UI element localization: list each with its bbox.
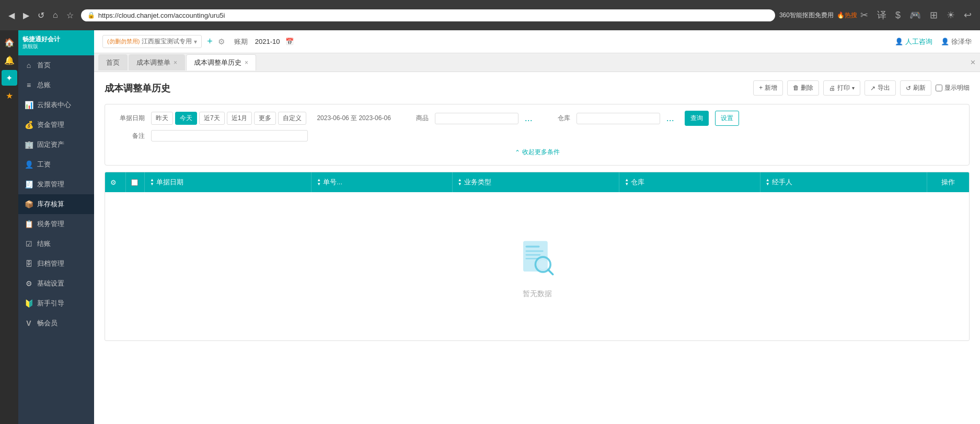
- th-number[interactable]: ▲▼ 单号...: [312, 172, 453, 192]
- product-filter-input[interactable]: [435, 113, 518, 124]
- sidebar-label-archive: 归档管理: [37, 259, 64, 268]
- sidebar-item-settings[interactable]: ⚙ 基础设置: [18, 274, 94, 293]
- page-title-bar: 成本调整单历史 + 新增 🗑 删除 🖨 打印 ▾ ↗ 导出 ↺: [105, 80, 970, 96]
- browser-chrome: ◀ ▶ ↺ ⌂ ☆ 🔒 https://cloud.chanjet.com/ac…: [0, 0, 980, 30]
- th-actions-label: 操作: [941, 178, 955, 187]
- tab-home[interactable]: 首页: [98, 54, 128, 70]
- date-btn-today[interactable]: 今天: [175, 112, 197, 125]
- sidebar-label-vip: 畅会员: [37, 319, 57, 328]
- display-toggle[interactable]: 显示明细: [936, 84, 970, 92]
- tab-cost-adjust[interactable]: 成本调整单 ×: [129, 54, 185, 70]
- username: 徐泽华: [951, 37, 972, 46]
- sidebar-item-reports[interactable]: 📊 云报表中心: [18, 95, 94, 115]
- warehouse-filter-input[interactable]: [577, 113, 660, 124]
- sidebar-label-settings: 基础设置: [37, 279, 64, 288]
- delete-button[interactable]: 🗑 删除: [787, 80, 819, 96]
- date-btn-more[interactable]: 更多: [254, 112, 276, 125]
- archive-icon: 🗄: [25, 260, 33, 268]
- app-container: 🏠 🔔 ✦ ★ 畅捷通好会计 旗舰版 ⌂ 首页 ≡ 总账 📊 云报表中心: [0, 30, 980, 424]
- rail-icon-star[interactable]: ★: [2, 88, 17, 103]
- sidebar-item-ledger[interactable]: ≡ 总账: [18, 75, 94, 95]
- period-value: 2021-10: [255, 38, 280, 45]
- sidebar-label-payroll: 工资: [37, 160, 51, 169]
- sidebar-label-reports: 云报表中心: [37, 100, 71, 110]
- invoice-icon: 🧾: [25, 180, 33, 189]
- date-btn-7days[interactable]: 近7天: [199, 112, 225, 125]
- tab-cost-adjust-history-close[interactable]: ×: [245, 59, 248, 66]
- tax-icon: 📋: [25, 220, 33, 228]
- reload-button[interactable]: ↺: [34, 8, 48, 22]
- sidebar-item-archive[interactable]: 🗄 归档管理: [18, 254, 94, 274]
- settings-button-filter[interactable]: 设置: [715, 111, 739, 126]
- tab-cost-adjust-history[interactable]: 成本调整单历史 ×: [186, 54, 256, 70]
- export-button[interactable]: ↗ 导出: [864, 80, 896, 96]
- sidebar-item-home[interactable]: ⌂ 首页: [18, 55, 94, 75]
- th-warehouse[interactable]: ▲▼ 仓库: [619, 172, 760, 192]
- top-bar-right: 👤 人工咨询 👤 徐泽华: [895, 37, 972, 46]
- home-button[interactable]: ⌂: [50, 8, 61, 22]
- th-checkbox[interactable]: [126, 172, 145, 192]
- new-button[interactable]: + 新增: [753, 80, 782, 96]
- customer-service-link[interactable]: 👤 人工咨询: [895, 37, 932, 46]
- date-btn-custom[interactable]: 自定义: [278, 112, 306, 125]
- reports-icon: 📊: [25, 101, 33, 109]
- rail-icon-notification[interactable]: 🔔: [2, 52, 17, 68]
- sidebar-item-fixed-assets[interactable]: 🏢 固定资产: [18, 135, 94, 155]
- sort-arrows-biztype: ▲▼: [458, 178, 462, 186]
- print-icon: 🖨: [829, 85, 835, 92]
- sidebar-item-tax[interactable]: 📋 税务管理: [18, 214, 94, 234]
- user-info[interactable]: 👤 徐泽华: [941, 37, 972, 46]
- remark-filter-input[interactable]: [151, 130, 308, 142]
- tab-cost-adjust-close[interactable]: ×: [174, 59, 177, 66]
- warehouse-filter-dots[interactable]: ...: [666, 113, 674, 124]
- sidebar-item-inventory[interactable]: 📦 库存核算: [18, 194, 94, 214]
- th-number-label: 单号...: [323, 178, 342, 187]
- query-button[interactable]: 查询: [685, 111, 709, 126]
- sidebar-item-guide[interactable]: 🔰 新手引导: [18, 293, 94, 313]
- account-warning: (勿删勿禁用): [107, 38, 140, 45]
- rail-icon-active[interactable]: ✦: [2, 70, 17, 86]
- sidebar-item-invoice[interactable]: 🧾 发票管理: [18, 174, 94, 194]
- add-account-btn[interactable]: +: [207, 36, 213, 47]
- th-biztype[interactable]: ▲▼ 业务类型: [453, 172, 619, 192]
- sidebar-item-payroll[interactable]: 👤 工资: [18, 155, 94, 174]
- svg-point-6: [538, 260, 547, 269]
- account-selector[interactable]: (勿删勿禁用) 江西服宝测试专用 ▾: [102, 35, 202, 48]
- sidebar-label-tax: 税务管理: [37, 219, 64, 229]
- sidebar-item-settle[interactable]: ☑ 结账: [18, 234, 94, 254]
- print-label: 打印: [837, 84, 850, 92]
- svg-rect-2: [525, 251, 543, 252]
- select-all-checkbox[interactable]: [131, 179, 138, 186]
- sidebar-item-funds[interactable]: 💰 资金管理: [18, 115, 94, 135]
- product-filter-dots[interactable]: ...: [525, 113, 533, 124]
- rail-icon-home[interactable]: 🏠: [2, 34, 17, 50]
- th-gear[interactable]: ⚙: [105, 172, 126, 192]
- tab-cost-adjust-label: 成本调整单: [136, 58, 170, 67]
- warehouse-filter-label: 仓库: [539, 114, 570, 123]
- close-window-btn[interactable]: ✕: [970, 58, 976, 66]
- user-avatar-icon: 👤: [941, 38, 949, 45]
- logo-text: 畅捷通好会计: [22, 36, 60, 43]
- sort-arrows-num: ▲▼: [317, 178, 321, 186]
- bookmark-button[interactable]: ☆: [63, 8, 77, 22]
- display-toggle-checkbox[interactable]: [936, 85, 942, 91]
- collapse-filter-btn[interactable]: ⌃ 收起更多条件: [113, 146, 961, 159]
- address-bar[interactable]: 🔒 https://cloud.chanjet.com/accounting/u…: [81, 9, 775, 21]
- empty-state-illustration: [514, 234, 561, 281]
- filter-row-date: 单据日期 昨天 今天 近7天 近1月 更多 自定义 2023-06-06 至 2…: [113, 111, 961, 126]
- collapse-label: 收起更多条件: [522, 148, 560, 157]
- settings-gear-icon[interactable]: ⚙: [218, 37, 225, 46]
- calendar-icon[interactable]: 📅: [285, 38, 294, 45]
- print-button[interactable]: 🖨 打印 ▾: [823, 80, 860, 96]
- top-bar: (勿删勿禁用) 江西服宝测试专用 ▾ + ⚙ 账期 2021-10 📅 👤 人工…: [94, 30, 980, 53]
- forward-button[interactable]: ▶: [20, 8, 32, 22]
- date-btn-1month[interactable]: 近1月: [227, 112, 252, 125]
- refresh-button[interactable]: ↺ 刷新: [900, 80, 931, 96]
- th-date[interactable]: ▲▼ 单据日期: [145, 172, 312, 192]
- sidebar-item-vip[interactable]: V 畅会员: [18, 313, 94, 333]
- date-btn-yesterday[interactable]: 昨天: [151, 112, 173, 125]
- browser-tools: 360智能抠图免费用 🔥热搜 ✂ 译 $ 🎮 ⊞ ☀ ↩: [779, 9, 975, 21]
- th-handler[interactable]: ▲▼ 经手人: [760, 172, 927, 192]
- sidebar-label-inventory: 库存核算: [37, 199, 64, 209]
- back-button[interactable]: ◀: [5, 8, 18, 22]
